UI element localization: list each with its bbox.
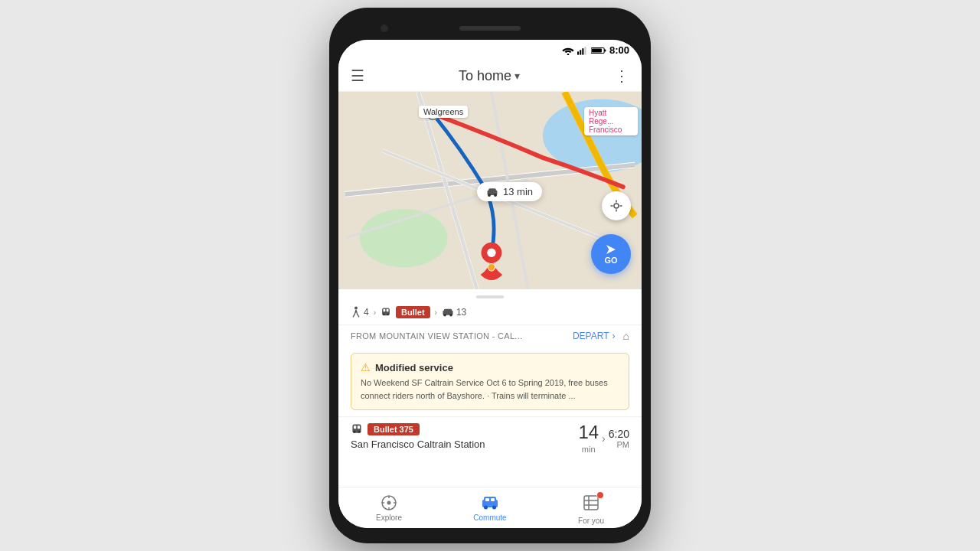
depart-row: FROM MOUNTAIN VIEW STATION - CAL... DEPA… [338, 324, 642, 347]
status-time: 8:00 [609, 44, 629, 56]
alert-title: Modified service [375, 362, 453, 373]
wifi-icon [562, 46, 574, 55]
train-station-name: San Francisco Caltrain Station [351, 439, 485, 450]
train-info-left: Bullet 375 San Francisco Caltrain Statio… [351, 423, 485, 450]
destination-label: To home [459, 68, 511, 84]
svg-point-28 [614, 204, 619, 208]
svg-point-50 [387, 501, 391, 505]
nav-foryou[interactable]: For you [541, 494, 642, 525]
explore-label: Explore [376, 514, 402, 522]
walk-step: 4 [351, 306, 369, 318]
svg-rect-53 [485, 498, 489, 501]
target-icon [609, 199, 623, 213]
svg-point-27 [494, 194, 497, 197]
svg-marker-33 [606, 245, 616, 254]
explore-icon [380, 494, 398, 512]
bottom-navigation: Explore Commute [338, 487, 642, 528]
more-options-icon[interactable]: ⋮ [614, 67, 629, 85]
foryou-notification-badge [596, 491, 603, 498]
train-min-label: min [578, 445, 599, 454]
train-badge-row: Bullet 375 [351, 423, 485, 435]
train-line-badge: Bullet 375 [368, 423, 420, 435]
svg-rect-37 [387, 309, 389, 312]
car-step-icon [442, 308, 454, 317]
navigate-icon [605, 243, 617, 256]
route-arrow-1: › [374, 308, 376, 317]
svg-rect-3 [582, 48, 583, 54]
from-station-label: FROM MOUNTAIN VIEW STATION - CAL... [351, 331, 522, 341]
svg-rect-57 [584, 496, 598, 510]
car-count: 13 [456, 307, 466, 318]
car-icon [486, 187, 498, 197]
svg-rect-6 [604, 49, 606, 51]
svg-point-0 [567, 54, 570, 55]
foryou-label: For you [578, 517, 604, 525]
commute-icon [481, 494, 499, 512]
nav-explore[interactable]: Explore [338, 494, 439, 525]
route-summary: 4 › Bullet › [338, 303, 642, 324]
alert-header: ⚠ Modified service [361, 361, 619, 373]
map-background: Walgreens Hyatt Rege... Francisco 13 min [338, 92, 642, 289]
header-title[interactable]: To home ▾ [459, 68, 520, 84]
status-icons: 8:00 [562, 44, 629, 56]
train-entry[interactable]: Bullet 375 San Francisco Caltrain Statio… [338, 416, 642, 460]
svg-rect-7 [592, 48, 602, 52]
svg-point-56 [492, 506, 496, 510]
menu-icon[interactable]: ☰ [351, 67, 364, 85]
svg-rect-1 [577, 51, 579, 54]
svg-point-47 [353, 431, 355, 433]
train-step [381, 307, 391, 318]
phone-screen: 8:00 ☰ To home ▾ ⋮ [338, 40, 642, 528]
svg-point-42 [443, 314, 446, 317]
svg-point-23 [488, 264, 495, 272]
svg-point-22 [487, 248, 495, 256]
svg-point-55 [484, 506, 488, 510]
nav-commute[interactable]: Commute [439, 494, 541, 525]
train-info-right: 14 min › 6:20 PM [578, 423, 629, 454]
home-icon[interactable]: ⌂ [623, 330, 629, 342]
battery-icon [591, 46, 606, 55]
svg-point-39 [387, 313, 389, 315]
scroll-content: 4 › Bullet › [338, 289, 642, 487]
svg-rect-54 [491, 498, 495, 501]
dropdown-arrow-icon: ▾ [514, 70, 520, 82]
alert-warning-icon: ⚠ [361, 361, 371, 373]
duration-text: 13 min [503, 186, 533, 197]
hyatt-label: Hyatt Rege... Francisco [584, 107, 638, 135]
phone-speaker [459, 26, 521, 31]
map-area[interactable]: Walgreens Hyatt Rege... Francisco 13 min [338, 92, 642, 289]
walk-icon [351, 306, 361, 318]
walgreens-label: Walgreens [419, 106, 468, 118]
go-navigation-button[interactable]: GO [591, 234, 631, 274]
svg-rect-45 [354, 425, 356, 429]
svg-point-10 [360, 209, 448, 267]
duration-bubble: 13 min [477, 182, 542, 201]
depart-label: DEPART [573, 331, 609, 341]
svg-point-43 [449, 314, 452, 317]
svg-rect-36 [384, 309, 386, 312]
train-arrow-icon: › [602, 432, 606, 445]
go-label: GO [604, 256, 617, 265]
svg-rect-4 [584, 47, 586, 55]
svg-point-34 [354, 306, 358, 309]
app-header: ☰ To home ▾ ⋮ [338, 60, 642, 92]
phone-device: 8:00 ☰ To home ▾ ⋮ [329, 8, 651, 543]
foryou-icon [582, 494, 600, 512]
signal-icon [577, 46, 588, 55]
svg-point-48 [358, 431, 361, 433]
location-target-button[interactable] [602, 191, 631, 220]
depart-button[interactable]: DEPART › [573, 331, 616, 341]
car-step: 13 [442, 307, 466, 318]
commute-label: Commute [473, 514, 506, 522]
svg-rect-2 [580, 50, 581, 54]
walk-count: 4 [364, 307, 369, 318]
status-bar: 8:00 [338, 40, 642, 60]
service-alert-box: ⚠ Modified service No Weekend SF Caltrai… [351, 353, 629, 410]
svg-rect-41 [444, 309, 452, 312]
bullet-badge: Bullet [396, 306, 430, 318]
drag-handle[interactable] [476, 295, 504, 298]
svg-rect-25 [488, 188, 496, 191]
phone-notch [338, 17, 642, 40]
svg-point-38 [383, 313, 385, 315]
transit-icon [351, 423, 363, 435]
